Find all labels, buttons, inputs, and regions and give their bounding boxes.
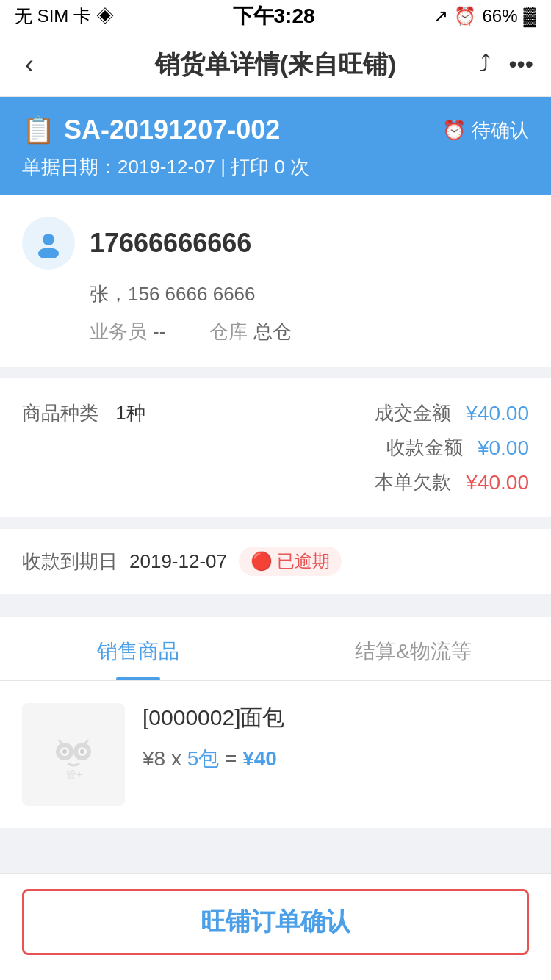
battery-level: 66% bbox=[482, 6, 517, 26]
sales-label: 业务员 bbox=[90, 319, 147, 345]
page-title: 销货单详情(来自旺铺) bbox=[155, 48, 397, 82]
customer-name-info: 张，156 6666 6666 bbox=[22, 281, 529, 307]
tab-sales-products[interactable]: 销售商品 bbox=[0, 617, 276, 680]
status-left: 无 SIM 卡 ◈ bbox=[15, 4, 114, 28]
divider-3 bbox=[0, 594, 551, 605]
due-amount-value: ¥40.00 bbox=[466, 471, 529, 494]
status-text: 待确认 bbox=[472, 118, 529, 143]
order-icon: 📋 bbox=[22, 115, 55, 145]
svg-point-0 bbox=[43, 234, 54, 245]
customer-avatar bbox=[22, 217, 75, 270]
product-thumbnail: 管+ bbox=[22, 703, 125, 806]
nav-actions: ⤴ ••• bbox=[479, 51, 533, 78]
overdue-text: 已逾期 bbox=[277, 550, 330, 573]
product-price: ¥8 x 5包 = ¥40 bbox=[143, 745, 529, 773]
alarm-icon: ⏰ bbox=[454, 6, 476, 26]
due-date-label: 收款到期日 bbox=[22, 549, 118, 574]
due-section: 收款到期日 2019-12-07 🔴 已逾期 bbox=[0, 529, 551, 594]
order-id: 📋 SA-20191207-002 bbox=[22, 115, 280, 145]
warehouse-label: 仓库 bbox=[209, 319, 248, 345]
deal-amount-label: 成交金额 bbox=[375, 400, 451, 426]
status-bar: 无 SIM 卡 ◈ 下午3:28 ↗ ⏰ 66% ▓ bbox=[0, 0, 551, 32]
svg-text:管+: 管+ bbox=[66, 768, 82, 780]
nav-bar: ‹ 销货单详情(来自旺铺) ⤴ ••• bbox=[0, 32, 551, 97]
order-date: 单据日期：2019-12-07 | 打印 0 次 bbox=[22, 154, 529, 180]
location-icon: ↗ bbox=[433, 6, 448, 26]
share-icon[interactable]: ⤴ bbox=[479, 51, 491, 78]
warehouse-value: 总仓 bbox=[253, 319, 292, 345]
customer-meta: 业务员 -- 仓库 总仓 bbox=[22, 319, 529, 345]
product-info: [0000002]面包 ¥8 x 5包 = ¥40 bbox=[143, 703, 529, 773]
svg-point-6 bbox=[62, 749, 67, 754]
product-item: 管+ [0000002]面包 ¥8 x 5包 = ¥40 bbox=[22, 703, 529, 806]
more-icon[interactable]: ••• bbox=[508, 51, 533, 78]
sales-value: -- bbox=[153, 320, 165, 343]
status-right: ↗ ⏰ 66% ▓ bbox=[433, 6, 536, 26]
battery-icon: ▓ bbox=[523, 6, 536, 26]
amount-section: 商品种类 1种 成交金额 ¥40.00 收款金额 ¥0.00 本单欠款 ¥40.… bbox=[0, 378, 551, 517]
tab-settlement[interactable]: 结算&物流等 bbox=[276, 617, 551, 680]
order-status: ⏰ 待确认 bbox=[442, 118, 529, 143]
divider-2 bbox=[0, 517, 551, 529]
product-name: [0000002]面包 bbox=[143, 703, 529, 733]
status-clock-icon: ⏰ bbox=[442, 119, 466, 142]
confirm-order-button[interactable]: 旺铺订单确认 bbox=[22, 889, 529, 955]
bottom-bar: 旺铺订单确认 bbox=[0, 873, 551, 980]
product-type-value: 1种 bbox=[115, 402, 145, 424]
tabs-header: 销售商品 结算&物流等 bbox=[0, 617, 551, 681]
product-type-label: 商品种类 bbox=[22, 402, 98, 424]
due-date-value: 2019-12-07 bbox=[129, 550, 227, 573]
order-header: 📋 SA-20191207-002 ⏰ 待确认 单据日期：2019-12-07 … bbox=[0, 97, 551, 195]
due-amount-label: 本单欠款 bbox=[375, 469, 451, 495]
svg-point-1 bbox=[38, 248, 59, 258]
product-section: 管+ [0000002]面包 ¥8 x 5包 = ¥40 bbox=[0, 681, 551, 828]
customer-phone: 17666666666 bbox=[90, 228, 251, 259]
overdue-icon: 🔴 bbox=[251, 551, 273, 572]
tabs-section: 销售商品 结算&物流等 管+ bbox=[0, 617, 551, 828]
customer-section: 17666666666 张，156 6666 6666 业务员 -- 仓库 总仓 bbox=[0, 195, 551, 367]
order-id-text: SA-20191207-002 bbox=[64, 115, 280, 145]
received-amount-value: ¥0.00 bbox=[478, 436, 529, 460]
deal-amount-value: ¥40.00 bbox=[466, 402, 529, 425]
status-time: 下午3:28 bbox=[233, 2, 315, 30]
divider-1 bbox=[0, 367, 551, 378]
back-button[interactable]: ‹ bbox=[18, 42, 41, 87]
sim-status: 无 SIM 卡 ◈ bbox=[15, 4, 114, 28]
received-amount-label: 收款金额 bbox=[386, 435, 463, 461]
overdue-badge: 🔴 已逾期 bbox=[239, 547, 342, 576]
svg-point-7 bbox=[80, 749, 84, 754]
